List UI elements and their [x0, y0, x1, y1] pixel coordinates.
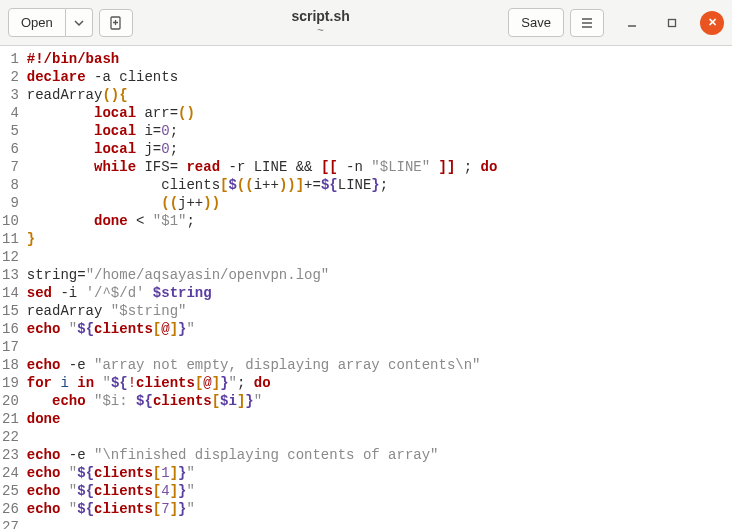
- code-line[interactable]: echo -e "array not empty, displaying arr…: [27, 356, 498, 374]
- chevron-down-icon: [74, 18, 84, 28]
- code-token: $: [228, 177, 236, 193]
- code-token: readArray: [27, 87, 103, 103]
- code-token: }: [245, 393, 253, 409]
- code-token: [27, 213, 94, 229]
- code-token: clients: [94, 501, 153, 517]
- code-token: 7: [161, 501, 169, 517]
- minimize-icon: [626, 17, 638, 29]
- code-line[interactable]: echo -e "\nfinished displaying contents …: [27, 446, 498, 464]
- code-token: i++: [254, 177, 279, 193]
- code-line[interactable]: echo "${clients[7]}": [27, 500, 498, 518]
- code-token: [27, 123, 94, 139]
- code-token: "$1": [153, 213, 187, 229]
- code-token: echo: [27, 483, 61, 499]
- code-line[interactable]: done: [27, 410, 498, 428]
- code-line[interactable]: local i=0;: [27, 122, 498, 140]
- code-line[interactable]: while IFS= read -r LINE && [[ -n "$LINE"…: [27, 158, 498, 176]
- code-content[interactable]: #!/bin/bashdeclare -a clientsreadArray()…: [23, 46, 498, 529]
- code-token: [: [153, 483, 161, 499]
- code-token: [430, 159, 438, 175]
- code-line[interactable]: [27, 428, 498, 446]
- code-token: '/^$/d': [86, 285, 145, 301]
- code-token: -e: [60, 447, 94, 463]
- code-line[interactable]: echo "${clients[@]}": [27, 320, 498, 338]
- code-token: IFS=: [136, 159, 186, 175]
- open-button[interactable]: Open: [8, 8, 66, 37]
- code-token: ": [102, 375, 110, 391]
- code-line[interactable]: local arr=(): [27, 104, 498, 122]
- code-token: ]: [170, 483, 178, 499]
- code-token: }: [220, 375, 228, 391]
- code-line[interactable]: }: [27, 230, 498, 248]
- code-token: echo: [27, 501, 61, 517]
- code-line[interactable]: [27, 518, 498, 529]
- code-token: "\nfinished displaying contents of array…: [94, 447, 438, 463]
- code-token: LINE: [338, 177, 372, 193]
- code-token: ${: [77, 501, 94, 517]
- code-token: while: [94, 159, 136, 175]
- open-recent-dropdown[interactable]: [66, 8, 93, 37]
- code-line[interactable]: declare -a clients: [27, 68, 498, 86]
- window-close-button[interactable]: [700, 11, 724, 35]
- code-token: ": [69, 321, 77, 337]
- code-token: ;: [455, 159, 480, 175]
- window-title: script.sh: [139, 9, 503, 24]
- code-token: j++: [178, 195, 203, 211]
- code-line[interactable]: echo "$i: ${clients[$i]}": [27, 392, 498, 410]
- code-token: [: [212, 393, 220, 409]
- code-token: )): [203, 195, 220, 211]
- code-token: [27, 159, 94, 175]
- code-token: [86, 393, 94, 409]
- code-token: 0: [161, 141, 169, 157]
- code-token: done: [94, 213, 128, 229]
- code-line[interactable]: clients[$((i++))]+=${LINE};: [27, 176, 498, 194]
- code-token: ": [186, 501, 194, 517]
- code-token: clients: [94, 465, 153, 481]
- code-token: ;: [237, 375, 254, 391]
- code-token: ${: [77, 465, 94, 481]
- code-line[interactable]: echo "${clients[1]}": [27, 464, 498, 482]
- code-token: "$i:: [94, 393, 136, 409]
- code-token: 0: [161, 123, 169, 139]
- code-line[interactable]: done < "$1";: [27, 212, 498, 230]
- code-line[interactable]: [27, 338, 498, 356]
- code-token: ;: [380, 177, 388, 193]
- code-token: (): [178, 105, 195, 121]
- code-token: ${: [321, 177, 338, 193]
- code-line[interactable]: readArray "$string": [27, 302, 498, 320]
- code-token: echo: [27, 357, 61, 373]
- code-token: local: [94, 105, 136, 121]
- code-token: [60, 321, 68, 337]
- code-line[interactable]: sed -i '/^$/d' $string: [27, 284, 498, 302]
- code-token: [27, 195, 161, 211]
- code-token: ": [186, 465, 194, 481]
- code-token: ": [229, 375, 237, 391]
- new-tab-button[interactable]: [99, 9, 133, 37]
- code-line[interactable]: ((j++)): [27, 194, 498, 212]
- code-line[interactable]: echo "${clients[4]}": [27, 482, 498, 500]
- editor-area[interactable]: 1 2 3 4 5 6 7 8 9 10 11 12 13 14 15 16 1…: [0, 46, 732, 529]
- code-line[interactable]: [27, 248, 498, 266]
- code-token: ]: [170, 321, 178, 337]
- hamburger-menu-button[interactable]: [570, 9, 604, 37]
- code-line[interactable]: readArray(){: [27, 86, 498, 104]
- code-token: i: [60, 375, 68, 391]
- code-token: ))]: [279, 177, 304, 193]
- code-token: ": [69, 501, 77, 517]
- code-token: clients: [94, 483, 153, 499]
- code-token: arr=: [136, 105, 178, 121]
- code-token: echo: [52, 393, 86, 409]
- code-token: ((: [161, 195, 178, 211]
- code-token: "$LINE": [371, 159, 430, 175]
- code-token: [27, 105, 94, 121]
- code-line[interactable]: for i in "${!clients[@]}"; do: [27, 374, 498, 392]
- code-token: ": [69, 483, 77, 499]
- code-line[interactable]: #!/bin/bash: [27, 50, 498, 68]
- code-line[interactable]: local j=0;: [27, 140, 498, 158]
- code-token: ${: [111, 375, 128, 391]
- code-token: sed: [27, 285, 52, 301]
- save-button[interactable]: Save: [508, 8, 564, 37]
- code-line[interactable]: string="/home/aqsayasin/openvpn.log": [27, 266, 498, 284]
- window-maximize-button[interactable]: [660, 11, 684, 35]
- window-minimize-button[interactable]: [620, 11, 644, 35]
